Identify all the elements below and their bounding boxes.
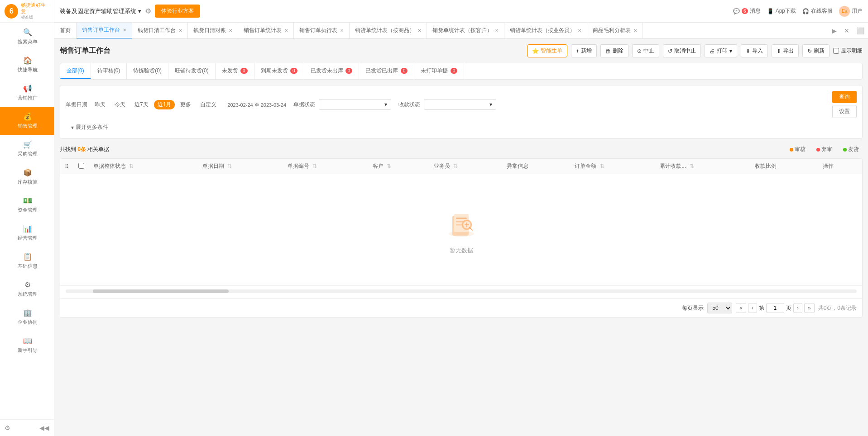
smart-order-btn[interactable]: ⭐ 智能生单 <box>527 44 567 57</box>
expand-btn[interactable]: ▾ 展开更多条件 <box>66 122 114 133</box>
received-col-header[interactable]: 累计收款... ⇅ <box>655 159 750 174</box>
delete-btn[interactable]: 🗑 删除 <box>600 44 628 57</box>
message-item[interactable]: 💬 6 消息 <box>733 7 761 15</box>
date-option-custom[interactable]: 自定义 <box>197 100 220 109</box>
tab-sales-stats-close[interactable]: ✕ <box>284 28 288 33</box>
date-option-more[interactable]: 更多 <box>177 100 195 109</box>
prev-page-btn[interactable]: ‹ <box>748 303 757 313</box>
import-btn[interactable]: ⬇ 导入 <box>741 44 768 57</box>
tab-product-margin[interactable]: 商品毛利分析表 ✕ <box>587 23 643 39</box>
topbar-settings-icon[interactable]: ⚙ <box>145 7 151 15</box>
stop-btn[interactable]: ⊙ 中止 <box>632 44 659 57</box>
sidebar-item-system[interactable]: ⚙ 系统管理 <box>0 275 54 303</box>
export-btn[interactable]: ⬆ 导出 <box>772 44 799 57</box>
status-select[interactable]: ▾ <box>319 99 391 110</box>
tab-cash-daily[interactable]: 钱货日清工作台 ✕ <box>132 23 188 39</box>
filter-tab-expired-unshipped[interactable]: 到期未发货 0 <box>254 63 304 79</box>
tab-sales-workbench-close[interactable]: ✕ <box>123 28 126 33</box>
refresh-btn[interactable]: ↻ 刷新 <box>802 44 830 57</box>
filter-tab-unshipped[interactable]: 未发货 0 <box>216 63 254 79</box>
page-input[interactable] <box>766 303 784 313</box>
date-sort-icon[interactable]: ⇅ <box>227 163 232 169</box>
date-option-yesterday[interactable]: 昨天 <box>91 100 109 109</box>
sidebar-item-enterprise[interactable]: 🏢 企业协同 <box>0 303 54 331</box>
tab-scroll-right[interactable]: ▶ <box>828 23 840 39</box>
sidebar-item-purchase[interactable]: 🛒 采购管理 <box>0 135 54 163</box>
user-item[interactable]: Ea 用户 <box>839 6 863 17</box>
number-sort-icon[interactable]: ⇅ <box>312 163 317 169</box>
date-col-header[interactable]: 单据日期 ⇅ <box>198 159 283 174</box>
date-option-7days[interactable]: 近7天 <box>131 100 152 109</box>
tab-sales-summary-product-close[interactable]: ✕ <box>417 28 421 33</box>
tab-sales-exec[interactable]: 销售订单执行表 ✕ <box>294 23 350 39</box>
horizontal-scrollbar[interactable] <box>66 289 857 293</box>
scroll-thumb[interactable] <box>93 289 229 293</box>
unaudit-btn[interactable]: 弃审 <box>813 144 836 155</box>
sidebar-item-sales[interactable]: 💰 销售管理 <box>0 107 54 135</box>
status-sort-icon[interactable]: ⇅ <box>129 163 134 169</box>
customer-col-header[interactable]: 客户 ⇅ <box>368 159 429 174</box>
filter-tab-wangpu[interactable]: 旺铺待发货(0) <box>168 63 216 79</box>
number-col-header[interactable]: 单据编号 ⇅ <box>283 159 368 174</box>
tab-sales-workbench[interactable]: 销售订单工作台 ✕ <box>77 23 132 39</box>
tab-sales-stats[interactable]: 销售订单统计表 ✕ <box>238 23 294 39</box>
last-page-btn[interactable]: » <box>804 303 815 313</box>
date-option-1month[interactable]: 近1月 <box>154 100 175 109</box>
sidebar-item-finance[interactable]: 💵 资金管理 <box>0 191 54 219</box>
tab-sales-exec-close[interactable]: ✕ <box>340 28 344 33</box>
sidebar-item-guide[interactable]: 📖 新手引导 <box>0 331 54 359</box>
app-download-item[interactable]: 📱 App下载 <box>767 7 796 15</box>
first-page-btn[interactable]: « <box>736 303 746 313</box>
sidebar-item-marketing[interactable]: 📢 营销推广 <box>0 79 54 107</box>
tab-cash-daily-close[interactable]: ✕ <box>178 28 182 33</box>
tab-maximize[interactable]: ⬜ <box>853 23 868 39</box>
tab-close-all[interactable]: ✕ <box>840 23 853 39</box>
print-btn[interactable]: 🖨 打印 ▾ <box>705 44 737 57</box>
tab-cash-reconcile[interactable]: 钱货日清对账 ✕ <box>188 23 238 39</box>
app-selector[interactable]: 装备及固定资产辅助管理系统 ▾ <box>60 7 141 15</box>
query-btn[interactable]: 查询 <box>832 91 857 103</box>
add-btn[interactable]: + 新增 <box>571 44 597 57</box>
show-detail-checkbox[interactable] <box>833 48 839 54</box>
industry-btn[interactable]: 体验行业方案 <box>155 5 200 18</box>
show-detail-toggle[interactable]: 显示明细 <box>833 47 863 55</box>
sidebar-item-quick-nav[interactable]: 🏠 快捷导航 <box>0 51 54 79</box>
tab-sales-summary-staff[interactable]: 销货单统计表（按业务员） ✕ <box>504 23 587 39</box>
search-settings-btn[interactable]: 设置 <box>832 105 857 118</box>
payment-select[interactable]: ▾ <box>424 99 496 110</box>
staff-col-header[interactable]: 业务员 ⇅ <box>429 159 503 174</box>
tab-product-margin-close[interactable]: ✕ <box>633 28 637 33</box>
page-size-select[interactable]: 10 20 50 100 <box>707 303 732 313</box>
tab-cash-reconcile-close[interactable]: ✕ <box>229 28 232 33</box>
collapse-sidebar-btn[interactable]: ◀◀ <box>39 424 49 431</box>
staff-sort-icon[interactable]: ⇅ <box>453 163 458 169</box>
amount-sort-icon[interactable]: ⇅ <box>600 163 604 169</box>
received-sort-icon[interactable]: ⇅ <box>690 163 694 169</box>
online-service-item[interactable]: 🎧 在线客服 <box>802 7 833 15</box>
tab-sales-summary-customer[interactable]: 销货单统计表（按客户） ✕ <box>427 23 504 39</box>
amount-col-header[interactable]: 订单金额 ⇅ <box>570 159 655 174</box>
tab-sales-summary-product[interactable]: 销货单统计表（按商品） ✕ <box>350 23 427 39</box>
ship-btn[interactable]: 发货 <box>839 144 863 155</box>
filter-tab-shipped-out[interactable]: 已发货已出库 0 <box>359 63 414 79</box>
tab-home[interactable]: 首页 <box>54 23 77 39</box>
sidebar-item-operations[interactable]: 📊 经营管理 <box>0 219 54 247</box>
sidebar-item-inventory[interactable]: 📦 库存核算 <box>0 163 54 191</box>
filter-tab-pending-review[interactable]: 待审核(0) <box>91 63 127 79</box>
tab-sales-summary-customer-close[interactable]: ✕ <box>495 28 499 33</box>
sidebar-item-basic-info[interactable]: 📋 基础信息 <box>0 247 54 275</box>
customer-sort-icon[interactable]: ⇅ <box>387 163 391 169</box>
next-page-btn[interactable]: › <box>793 303 802 313</box>
filter-tab-shipped-unout[interactable]: 已发货未出库 0 <box>304 63 360 79</box>
status-col-header[interactable]: 单据整体状态 ⇅ <box>89 159 198 174</box>
date-option-today[interactable]: 今天 <box>111 100 129 109</box>
checkbox-col-header[interactable] <box>74 159 89 174</box>
tab-sales-summary-staff-close[interactable]: ✕ <box>578 28 581 33</box>
filter-tab-pending-goods[interactable]: 待拣验货(0) <box>127 63 168 79</box>
cancel-stop-btn[interactable]: ↺ 取消中止 <box>663 44 701 57</box>
sidebar-item-search[interactable]: 🔍 搜索菜单 <box>0 23 54 51</box>
settings-footer-btn[interactable]: ⚙ <box>5 424 10 431</box>
audit-btn[interactable]: 审核 <box>786 144 809 155</box>
filter-tab-all[interactable]: 全部(0) <box>60 63 91 79</box>
filter-tab-unprinted[interactable]: 未打印单据 0 <box>414 63 464 79</box>
